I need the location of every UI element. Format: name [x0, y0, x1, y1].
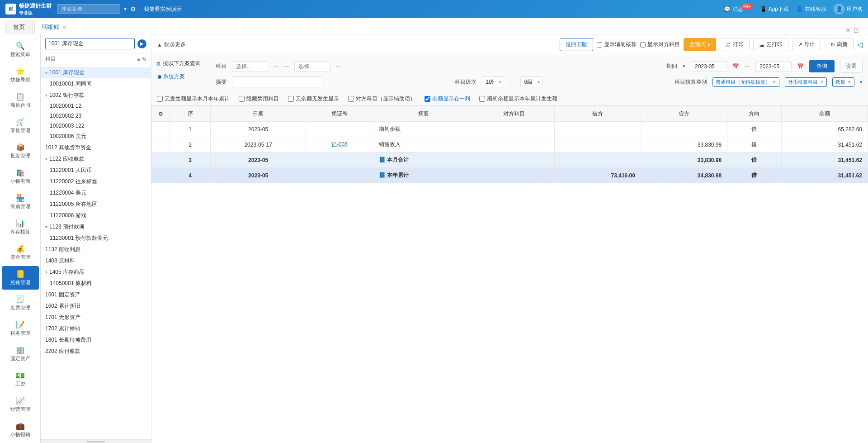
tab-close-icon[interactable]: ✕ — [62, 24, 66, 30]
menu-search-input[interactable] — [57, 4, 120, 14]
nav-invoice[interactable]: 🧾 发票管理 — [2, 291, 39, 315]
opt-hide-disabled[interactable]: 隐藏禁用科目 — [239, 95, 279, 103]
opt-one-col-checkbox[interactable] — [425, 96, 430, 102]
expand-more-btn[interactable]: ▲ 收起更多 — [157, 41, 186, 48]
nav-tax[interactable]: 📝 税务管理 — [2, 317, 39, 340]
nav-quicknav[interactable]: ⭐ 快捷导航 — [2, 63, 39, 87]
tree-node-14050001[interactable]: 14050001 原材料 — [41, 278, 151, 289]
app-download-btn[interactable]: 📱 App下载 — [760, 5, 789, 13]
tree-node-11220004[interactable]: 11220004 美元 — [41, 187, 151, 199]
tree-node-1403[interactable]: 1403 原材料 — [41, 255, 151, 267]
tag-qty-remove[interactable]: ✕ — [847, 79, 851, 85]
tree-node-1602[interactable]: 1602 累计折旧 — [41, 300, 151, 312]
tree-node-1122[interactable]: ▾1122 应收账款 — [41, 153, 151, 165]
user-avatar-btn[interactable]: 👤 用户名 — [834, 4, 863, 14]
subject-input[interactable] — [232, 61, 268, 72]
tab-home[interactable]: 首页 — [5, 20, 33, 34]
nav-project[interactable]: 📋 项目合同 — [2, 89, 39, 112]
tree-node-11220006[interactable]: 11220006 游戏 — [41, 210, 151, 221]
opt-hide-disabled-checkbox[interactable] — [239, 96, 245, 102]
refresh-btn[interactable]: ↻ 刷新 — [825, 38, 854, 51]
tag-foreign-remove[interactable]: ✕ — [820, 79, 824, 85]
tree-node-10020001[interactable]: 10020001 12 — [41, 101, 151, 111]
tree-node-1123[interactable]: ▾1123 预付款项 — [41, 221, 151, 233]
tree-node-1012[interactable]: 1012 其他货币资金 — [41, 142, 151, 153]
period-from-input[interactable] — [691, 61, 727, 72]
nav-inventory[interactable]: 📊 库存核算 — [2, 215, 39, 239]
tree-node-10020002[interactable]: 10020002 23 — [41, 111, 151, 121]
message-btn[interactable]: 💬 消息 99+ — [724, 5, 753, 13]
nav-search[interactable]: 🔍 搜索菜单 — [2, 38, 39, 62]
query-btn[interactable]: 查询 — [809, 60, 835, 72]
opt-opening-cumulative-checkbox[interactable] — [479, 96, 485, 102]
close-panel-btn[interactable]: ✕ — [845, 27, 851, 34]
toolbar-edit-icon[interactable]: ✎ — [142, 56, 146, 62]
nav-purchase[interactable]: 🏪 采购管理 — [2, 190, 39, 214]
expand-panel-btn[interactable]: ⊡ — [854, 27, 859, 34]
tree-node-11230001[interactable]: 11230001 预付款款美元 — [41, 233, 151, 244]
nav-retail[interactable]: 🛒 零售管理 — [2, 114, 39, 138]
tag-normal-remove[interactable]: ✕ — [772, 79, 776, 85]
tree-node-11220002[interactable]: 11220002 往来标签 — [41, 176, 151, 187]
tree-node-1405[interactable]: ▾1405 库存商品 — [41, 267, 151, 278]
nav-finance[interactable]: 💰 资金管理 — [2, 241, 39, 264]
level-to-select[interactable]: 6级 5级 — [520, 76, 542, 87]
subject-more-icon[interactable]: ··· — [274, 63, 278, 70]
nav-ecommerce[interactable]: 🛍️ 小畅电商 — [2, 165, 39, 188]
selected-account-display[interactable]: 1001 库存现金 — [45, 38, 135, 49]
level-from-select[interactable]: 1级 2级 — [482, 76, 504, 87]
tree-node-1132[interactable]: 1132 应收利息 — [41, 244, 151, 255]
settings-icon[interactable]: ⚙ — [130, 5, 136, 13]
show-aux-check[interactable]: 显示辅助核算 — [597, 41, 637, 48]
tag-qty[interactable]: 数量 ✕ — [832, 77, 854, 87]
dropdown-icon[interactable]: ▾ — [124, 6, 127, 12]
nav-report[interactable]: 💼 小畅报销 — [2, 418, 39, 442]
show-aux-checkbox[interactable] — [597, 42, 602, 48]
tree-node-1801[interactable]: 1801 长期待摊费用 — [41, 334, 151, 346]
opt-no-balance[interactable]: 无余额无发生显示 — [288, 95, 339, 103]
tag-normal[interactable]: 普通科目（无特殊核算） ✕ — [712, 77, 779, 87]
settings-btn[interactable]: 设置 — [840, 60, 863, 73]
tree-node-10020003[interactable]: 10020003 122 — [41, 121, 151, 131]
nav-operation[interactable]: 📈 经营管理 — [2, 393, 39, 416]
tree-node-1002[interactable]: ▾1002 银行存款 — [41, 90, 151, 101]
subject-input-2[interactable] — [294, 61, 330, 72]
subject-more-icon-2[interactable]: ··· — [336, 63, 340, 70]
toolbar-list-icon[interactable]: ≡ — [137, 56, 140, 62]
tree-node-1601[interactable]: 1601 固定资产 — [41, 289, 151, 300]
opt-no-occurrence[interactable]: 无发生额显示本月本年累计 — [157, 95, 230, 103]
scheme-item[interactable]: 系统方案 — [156, 71, 205, 82]
opt-contra[interactable]: 对方科目（显示辅助项） — [348, 95, 415, 103]
show-contra-checkbox[interactable] — [640, 42, 646, 48]
summary-input[interactable] — [232, 76, 322, 87]
account-nav-next[interactable]: ▶ — [137, 39, 146, 48]
tree-node-1001[interactable]: ▾1001 库存现金 — [41, 67, 151, 78]
period-dropdown-icon[interactable]: ▾ — [683, 63, 685, 69]
nav-accounting[interactable]: 📒 总账管理 — [2, 266, 39, 290]
cloud-print-btn[interactable]: ☁ 云打印 — [753, 38, 788, 51]
tag-foreign[interactable]: 外币核算科目 ✕ — [785, 77, 827, 87]
voucher-link[interactable]: 记-006 — [331, 141, 348, 148]
gold-mode-btn[interactable]: 金额式 ▾ — [684, 38, 716, 51]
tree-node-10010001[interactable]: 10010001 同同同 — [41, 78, 151, 90]
return-old-btn[interactable]: 退回旧版 — [560, 38, 593, 51]
tree-node-10020006[interactable]: 10020006 美元 — [41, 131, 151, 142]
print-btn[interactable]: 🖨 打印 — [720, 38, 750, 51]
more-tags-icon[interactable]: ▾ — [860, 79, 863, 85]
opt-opening-cumulative[interactable]: 期初余额显示本年累计发生额 — [479, 95, 557, 103]
period-to-input[interactable] — [755, 61, 792, 72]
demo-btn[interactable]: 我要看实例演示 — [144, 5, 182, 13]
export-btn[interactable]: ↗ 导出 — [792, 38, 821, 51]
nav-wholesale[interactable]: 📦 批发管理 — [2, 139, 39, 163]
tree-node-11220001[interactable]: 11220001 人民币 — [41, 165, 151, 176]
tab-ledger[interactable]: 明细账 ✕ — [34, 20, 74, 34]
opt-contra-checkbox[interactable] — [348, 96, 354, 102]
opt-one-col[interactable]: 余额显示在一列 — [425, 95, 470, 103]
tree-node-11220005[interactable]: 11220005 所在地区 — [41, 199, 151, 210]
tree-node-1702[interactable]: 1702 累计摊销 — [41, 323, 151, 334]
nav-fixed-asset[interactable]: 🏢 固定资产 — [2, 342, 39, 366]
opt-no-balance-checkbox[interactable] — [288, 96, 294, 102]
tree-node-2202[interactable]: 2202 应付账款 — [41, 346, 151, 357]
right-panel-toggle[interactable]: ◁ — [857, 40, 863, 49]
online-service-btn[interactable]: 👤 在线客服 — [796, 5, 826, 13]
